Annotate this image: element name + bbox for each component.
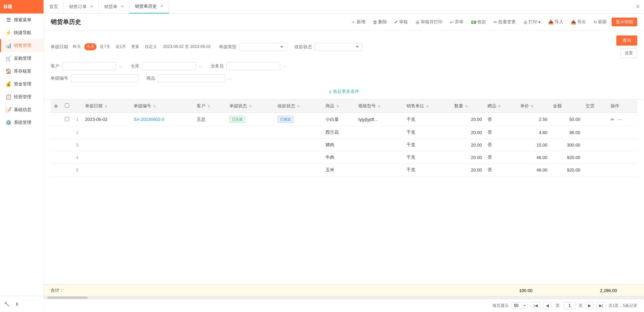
tab-sales-history[interactable]: 销货单历史 ✕ bbox=[130, 0, 169, 14]
export-button[interactable]: 📤 导出 bbox=[568, 18, 589, 26]
first-page-button[interactable]: |◀ bbox=[531, 302, 540, 309]
cell-checkbox[interactable] bbox=[61, 164, 72, 176]
audit-print-button[interactable]: 🖨 审核并打印 bbox=[413, 18, 445, 26]
sidebar-bottom-settings[interactable]: 🔧 ⏸ bbox=[0, 299, 44, 309]
sidebar-item-sys-mgmt[interactable]: ⚙️ 系统管理 bbox=[0, 116, 44, 129]
filter-salesperson-label: 业务员 bbox=[211, 63, 224, 69]
cell-doc-no[interactable]: SA-20230602-0 bbox=[131, 113, 194, 126]
sidebar-item-finance-mgmt[interactable]: 💰 资金管理 bbox=[0, 78, 44, 90]
date-tag-today[interactable]: 今天 bbox=[84, 43, 96, 50]
sort-goods: ⇅ bbox=[336, 104, 339, 108]
col-doc-no[interactable]: 单据编号 ⇅ bbox=[131, 100, 194, 113]
tab-sales-order-close[interactable]: ✕ bbox=[90, 4, 93, 9]
new-button[interactable]: ＋ 新增 bbox=[348, 18, 368, 26]
date-tag-more[interactable]: 更多 bbox=[129, 43, 141, 50]
query-button[interactable]: 查询 bbox=[616, 35, 637, 46]
cell-doc-no[interactable] bbox=[131, 139, 194, 151]
cell-unit-price: 15.00 bbox=[517, 139, 550, 151]
cell-checkbox[interactable] bbox=[61, 139, 72, 151]
customer-ellipsis[interactable]: ··· bbox=[119, 64, 122, 69]
date-tag-7days[interactable]: 近7天 bbox=[98, 43, 112, 50]
cell-doc-no[interactable] bbox=[131, 126, 194, 139]
sidebar-item-ops-mgmt[interactable]: 📋 经营管理 bbox=[0, 90, 44, 103]
col-sales-unit[interactable]: 销售单位 ⇅ bbox=[404, 100, 452, 113]
tab-sales-goods[interactable]: 销货单 ✕ bbox=[99, 0, 130, 14]
filter-customer-input[interactable] bbox=[62, 62, 116, 70]
cell-quantity: 20.00 bbox=[452, 164, 484, 176]
cell-doc-date: 2023-06-02 bbox=[82, 113, 131, 126]
col-spec-model[interactable]: 规格型号 ⇅ bbox=[356, 100, 404, 113]
filter-doc-no-input[interactable] bbox=[71, 74, 138, 82]
filter-salesperson-input[interactable] bbox=[226, 62, 280, 70]
tab-bar-close-all[interactable]: ✕ bbox=[632, 3, 644, 10]
col-collect-status[interactable]: 收款状态 ⇅ bbox=[275, 100, 323, 113]
print-button[interactable]: 🖨 打印 ▾ bbox=[521, 18, 543, 26]
col-gear[interactable]: ⚙ bbox=[51, 100, 61, 113]
tab-sales-history-close[interactable]: ✕ bbox=[160, 4, 163, 8]
sidebar-item-purchase-mgmt[interactable]: 🛒 采购管理 bbox=[0, 52, 44, 65]
col-quantity[interactable]: 数量 ⇅ bbox=[452, 100, 484, 113]
table-footer: 合计： 100.00 2,286.00 bbox=[44, 284, 644, 296]
cell-gift: 否 bbox=[485, 164, 517, 176]
sidebar-item-inventory[interactable]: 🏠 库存核算 bbox=[0, 65, 44, 78]
col-unit-price[interactable]: 单价 ⇅ bbox=[517, 100, 550, 113]
abandon-button[interactable]: ↩ 弃审 bbox=[447, 18, 466, 26]
batch-change-button[interactable]: ✏ 批量变更 bbox=[491, 18, 519, 26]
sidebar-item-basic-info[interactable]: 📝 基础信息 bbox=[0, 103, 44, 116]
col-customer[interactable]: 客户 ⇅ bbox=[194, 100, 227, 113]
cell-checkbox[interactable] bbox=[61, 126, 72, 139]
tab-home[interactable]: 首页 bbox=[44, 0, 64, 14]
col-gift[interactable]: 赠品 ⇅ bbox=[485, 100, 517, 113]
print-icon: 🖨 bbox=[523, 20, 528, 25]
warehouse-ellipsis[interactable]: ··· bbox=[199, 64, 202, 69]
date-tag-custom[interactable]: 自定义 bbox=[143, 43, 159, 50]
collapse-filter-button[interactable]: ∧ 收起更多条件 bbox=[329, 88, 359, 95]
scrollbar-row[interactable] bbox=[44, 296, 644, 299]
row-checkbox[interactable] bbox=[65, 117, 69, 121]
import-button[interactable]: 📥 导入 bbox=[545, 18, 566, 26]
tab-sales-goods-close[interactable]: ✕ bbox=[121, 4, 124, 9]
cell-checkbox[interactable] bbox=[61, 113, 72, 126]
sidebar-item-search-menu[interactable]: ☰ 搜索菜单 bbox=[0, 14, 44, 26]
filter-goods-input[interactable] bbox=[158, 74, 225, 82]
col-goods[interactable]: 商品 ⇅ bbox=[323, 100, 356, 113]
prev-page-button[interactable]: ◀ bbox=[543, 302, 552, 309]
filter-doc-type-select[interactable] bbox=[239, 43, 286, 51]
refresh-button[interactable]: ↻ 刷新 bbox=[591, 18, 610, 26]
col-action: 操作 bbox=[608, 100, 637, 113]
col-doc-date[interactable]: 单据日期 ⇅ bbox=[82, 100, 131, 113]
cell-spec-model bbox=[356, 164, 404, 176]
col-doc-status[interactable]: 单据状态 ⇅ bbox=[227, 100, 275, 113]
filter-row-2: 客户 ··· 仓库 ··· 业务员 ··· bbox=[51, 62, 637, 70]
cell-checkbox[interactable] bbox=[61, 151, 72, 164]
setting-button[interactable]: 设置 bbox=[620, 48, 637, 58]
select-all-checkbox[interactable] bbox=[65, 103, 69, 108]
edit-icon[interactable]: ✏ bbox=[611, 117, 615, 122]
cell-gear bbox=[51, 139, 61, 151]
date-tag-1month[interactable]: 近1月 bbox=[114, 43, 128, 50]
last-page-button[interactable]: ▶| bbox=[596, 302, 606, 309]
audit-button[interactable]: ✔ 审核 bbox=[392, 18, 411, 26]
show-detail-button[interactable]: 显示明细 bbox=[612, 18, 637, 26]
cell-row-num: 1 bbox=[72, 113, 82, 126]
next-page-button[interactable]: ▶ bbox=[585, 302, 594, 309]
cell-doc-no[interactable] bbox=[131, 151, 194, 164]
filter-warehouse-input[interactable] bbox=[142, 62, 196, 70]
salesperson-ellipsis[interactable]: ··· bbox=[283, 64, 287, 69]
main-table: ⚙ 单据日期 ⇅ 单据编号 ⇅ bbox=[51, 100, 637, 176]
page-input[interactable]: 1 bbox=[564, 302, 576, 309]
delete-button[interactable]: 🗑 删除 bbox=[370, 18, 390, 26]
tab-sales-order[interactable]: 销售订单 ✕ bbox=[64, 0, 99, 14]
collect-button[interactable]: 💵 收款 bbox=[468, 18, 489, 26]
more-action-icon[interactable]: ⋯ bbox=[617, 117, 622, 122]
date-tag-yesterday[interactable]: 昨天 bbox=[71, 43, 83, 50]
col-amount[interactable]: 金额 bbox=[550, 100, 583, 113]
sidebar-item-sales-mgmt[interactable]: 📊 销售管理 bbox=[0, 39, 44, 52]
per-page-select[interactable]: 50 100 bbox=[511, 302, 528, 309]
doc-no-link[interactable]: SA-20230602-0 bbox=[134, 117, 164, 122]
goods-ellipsis[interactable]: ··· bbox=[228, 76, 232, 81]
cell-doc-no[interactable] bbox=[131, 164, 194, 176]
cell-unit-price: 2.50 bbox=[517, 113, 550, 126]
sidebar-item-quick-nav[interactable]: ⚡ 快捷导航 bbox=[0, 26, 44, 39]
filter-collect-status-select[interactable] bbox=[315, 43, 362, 51]
